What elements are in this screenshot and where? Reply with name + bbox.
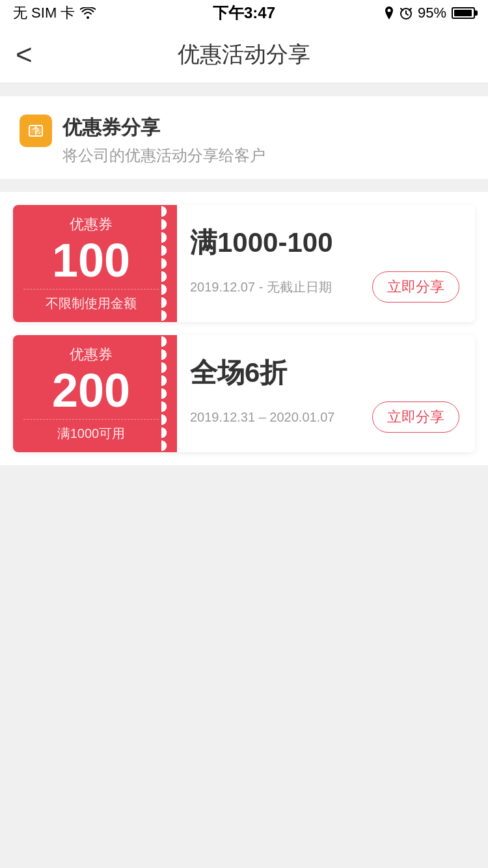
alarm-icon: [400, 7, 413, 20]
coupon-left-2: 优惠券 200 满1000可用: [13, 335, 169, 452]
battery-percent: 95%: [418, 5, 446, 21]
coupon-right-2: 全场6折 2019.12.31 – 2020.01.07 立即分享: [169, 335, 475, 452]
carrier-text: 无 SIM 卡: [13, 3, 75, 23]
coupon-name-1: 满1000-100: [190, 224, 459, 261]
nav-bar: < 优惠活动分享: [0, 26, 488, 83]
coupon-value-2: 200: [52, 367, 130, 414]
section-text-group: 优惠券分享 将公司的优惠活动分享给客户: [62, 115, 265, 166]
coupon-condition-2: 满1000可用: [57, 425, 126, 442]
coupon-name-2: 全场6折: [190, 355, 459, 391]
share-button-2[interactable]: 立即分享: [372, 401, 459, 433]
battery-icon: [452, 7, 475, 19]
coupon-divider-2: [23, 419, 159, 420]
coupon-right-1: 满1000-100 2019.12.07 - 无截止日期 立即分享: [169, 205, 475, 322]
section-icon: [20, 115, 52, 147]
status-icons: 95%: [384, 5, 475, 21]
back-button[interactable]: <: [16, 38, 33, 71]
section-subtitle: 将公司的优惠活动分享给客户: [62, 145, 265, 166]
section-header: 优惠券分享 将公司的优惠活动分享给客户: [0, 96, 488, 179]
empty-area: [0, 465, 488, 843]
share-button-1[interactable]: 立即分享: [372, 271, 459, 303]
coupon-value-1: 100: [52, 237, 130, 284]
status-carrier: 无 SIM 卡: [13, 3, 96, 23]
coupon-date-1: 2019.12.07 - 无截止日期: [190, 278, 332, 296]
coupon-condition-1: 不限制使用金额: [46, 295, 137, 312]
coupon-date-2: 2019.12.31 – 2020.01.07: [190, 410, 334, 425]
nav-title: 优惠活动分享: [178, 40, 310, 70]
coupon-list: 优惠券 100 不限制使用金额 满1000-100 2019.12.07 - 无…: [0, 192, 488, 465]
coupon-left-1: 优惠券 100 不限制使用金额: [13, 205, 169, 322]
location-icon: [384, 7, 394, 20]
coupon-label-2: 优惠券: [70, 345, 113, 364]
coupon-card-1: 优惠券 100 不限制使用金额 满1000-100 2019.12.07 - 无…: [13, 205, 475, 322]
status-bar: 无 SIM 卡 下午3:47 95%: [0, 0, 488, 26]
coupon-label-1: 优惠券: [70, 215, 113, 234]
section-title: 优惠券分享: [62, 115, 265, 141]
coupon-footer-2: 2019.12.31 – 2020.01.07 立即分享: [190, 401, 459, 433]
coupon-footer-1: 2019.12.07 - 无截止日期 立即分享: [190, 271, 459, 303]
coupon-card-2: 优惠券 200 满1000可用 全场6折 2019.12.31 – 2020.0…: [13, 335, 475, 452]
coupon-divider-1: [23, 289, 159, 290]
wifi-icon: [80, 7, 96, 19]
status-time: 下午3:47: [213, 3, 275, 23]
